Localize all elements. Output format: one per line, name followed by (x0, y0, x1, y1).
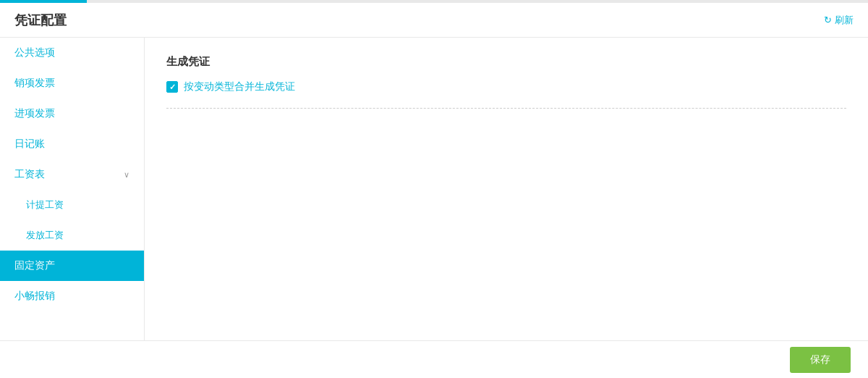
top-bar-active-indicator (0, 0, 87, 3)
main-layout: 公共选项 销项发票 进项发票 日记账 工资表 ∨ 计提工资 发放工资 固定资产 … (0, 38, 868, 340)
sidebar-item-label: 公共选项 (14, 46, 55, 59)
sidebar-item-payroll-table[interactable]: 工资表 ∨ (0, 159, 144, 190)
sidebar-item-label: 小畅报销 (14, 290, 55, 303)
page-title: 凭证配置 (14, 12, 67, 29)
sidebar: 公共选项 销项发票 进项发票 日记账 工资表 ∨ 计提工资 发放工资 固定资产 … (0, 38, 145, 340)
page-footer: 保存 (0, 340, 868, 378)
sidebar-item-expense-claim[interactable]: 小畅报销 (0, 281, 144, 311)
sidebar-item-label: 日记账 (14, 138, 45, 151)
sidebar-item-pay-salary[interactable]: 发放工资 (0, 220, 144, 251)
merge-by-type-checkbox[interactable] (166, 81, 178, 93)
merge-by-type-label: 按变动类型合并生成凭证 (184, 80, 295, 93)
checkbox-row: 按变动类型合并生成凭证 (166, 80, 846, 93)
save-button[interactable]: 保存 (790, 347, 851, 373)
top-bar (0, 0, 868, 3)
section-title: 生成凭证 (166, 55, 846, 69)
sidebar-item-journal[interactable]: 日记账 (0, 129, 144, 159)
sidebar-item-sales-invoice[interactable]: 销项发票 (0, 68, 144, 98)
sidebar-item-purchase-invoice[interactable]: 进项发票 (0, 98, 144, 129)
sidebar-item-calc-salary[interactable]: 计提工资 (0, 190, 144, 220)
refresh-button[interactable]: ↻ 刷新 (824, 14, 854, 27)
page-header: 凭证配置 ↻ 刷新 (0, 3, 868, 38)
sidebar-item-label: 工资表 (14, 168, 45, 181)
sidebar-item-label: 固定资产 (14, 259, 55, 272)
sidebar-item-label: 发放工资 (26, 229, 64, 242)
sidebar-item-fixed-assets[interactable]: 固定资产 (0, 251, 144, 281)
sidebar-item-public-options[interactable]: 公共选项 (0, 38, 144, 68)
refresh-label: 刷新 (835, 14, 854, 27)
sidebar-item-label: 销项发票 (14, 77, 55, 90)
refresh-icon: ↻ (824, 14, 832, 25)
sidebar-item-label: 计提工资 (26, 198, 64, 211)
content-area: 生成凭证 按变动类型合并生成凭证 (145, 38, 868, 340)
chevron-down-icon: ∨ (124, 170, 129, 180)
section-divider (166, 108, 846, 109)
sidebar-item-label: 进项发票 (14, 107, 55, 120)
